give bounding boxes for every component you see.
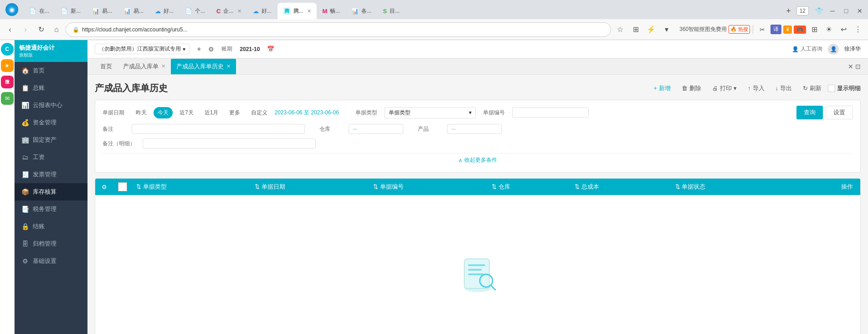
date-yesterday[interactable]: 昨天 bbox=[132, 107, 151, 118]
date-1month[interactable]: 近1月 bbox=[200, 107, 223, 118]
calendar-icon[interactable]: 📅 bbox=[267, 46, 274, 52]
nav-item-inventory[interactable]: 📦 库存核算 bbox=[15, 183, 87, 200]
tab-close-qi[interactable]: ✕ bbox=[237, 8, 241, 14]
col-cost[interactable]: ⇅ 总成本 bbox=[570, 179, 671, 195]
breadcrumb-close-list[interactable]: ✕ bbox=[161, 63, 165, 69]
scissors-button[interactable]: ✂ bbox=[756, 23, 769, 36]
maximize-button[interactable]: □ bbox=[840, 5, 853, 17]
nav-item-asset[interactable]: 🏢 固定资产 bbox=[15, 131, 87, 149]
shirt-icon[interactable]: 👕 bbox=[812, 5, 825, 17]
new-tab-button[interactable]: + bbox=[782, 5, 795, 18]
org-selector[interactable]: （勿删勿禁用）江西腺宝测试专用 ▾ bbox=[95, 44, 190, 54]
period-settings-button[interactable]: ⚙ bbox=[208, 46, 214, 53]
bookmark-button[interactable]: ☆ bbox=[614, 23, 627, 36]
tab-teng[interactable]: 腾 腾... ✕ bbox=[277, 3, 317, 19]
undo-button[interactable]: ↩ bbox=[837, 23, 850, 36]
nav-item-checkout[interactable]: 🔒 结账 bbox=[15, 218, 87, 235]
lightning-button[interactable]: ⚡ bbox=[645, 23, 657, 36]
tab-yi1[interactable]: 📊 易... bbox=[87, 3, 118, 19]
table-checkbox-header[interactable] bbox=[113, 179, 132, 195]
select-all-checkbox[interactable] bbox=[118, 182, 127, 191]
back-button[interactable]: ‹ bbox=[4, 23, 16, 36]
weibo-icon-btn[interactable]: 微 bbox=[1, 76, 14, 88]
show-detail-checkbox[interactable]: 显示明细 bbox=[828, 84, 861, 92]
tab-count-badge[interactable]: 12 bbox=[796, 6, 809, 15]
panel-expand-button[interactable]: ⊡ bbox=[855, 63, 861, 70]
minimize-button[interactable]: ─ bbox=[826, 5, 839, 17]
tab-qi[interactable]: C 企... ✕ bbox=[211, 3, 247, 19]
product-filter-input[interactable]: ··· bbox=[447, 124, 502, 134]
nav-item-settings[interactable]: ⚙ 基础设置 bbox=[15, 252, 87, 270]
username-label[interactable]: 徐泽华 bbox=[844, 45, 861, 53]
refresh-button[interactable]: ↻ 刷新 bbox=[798, 82, 826, 94]
tab-ge2[interactable]: 📊 各... bbox=[346, 3, 377, 19]
date-7days[interactable]: 近7天 bbox=[175, 107, 198, 118]
breadcrumb-list[interactable]: 产成品入库单 ✕ bbox=[118, 59, 171, 74]
warehouse-filter-input[interactable]: ··· bbox=[349, 124, 403, 134]
nav-item-home[interactable]: 🏠 首页 bbox=[15, 62, 87, 79]
browser-logo[interactable]: ◉ bbox=[5, 3, 18, 16]
tab-close-teng[interactable]: ✕ bbox=[307, 8, 311, 14]
number-filter-input[interactable] bbox=[512, 108, 589, 118]
game-button[interactable]: 🎮 bbox=[794, 26, 806, 34]
breadcrumb-close-history[interactable]: ✕ bbox=[226, 63, 231, 69]
breadcrumb-home[interactable]: 首页 bbox=[95, 59, 118, 74]
user-avatar[interactable]: 👤 bbox=[828, 44, 839, 55]
extension-grid-button[interactable]: ⊞ bbox=[629, 23, 642, 36]
tab-ge[interactable]: 📄 个... bbox=[180, 3, 211, 19]
reload-button[interactable]: ↻ bbox=[35, 23, 47, 36]
forward-button[interactable]: › bbox=[19, 23, 32, 36]
print-button[interactable]: 🖨 打印 ▾ bbox=[708, 82, 741, 94]
tab-mu[interactable]: S 目... bbox=[377, 3, 405, 19]
nav-item-ledger[interactable]: 📋 总账 bbox=[15, 79, 87, 97]
breadcrumb-history[interactable]: 产成品入库单历史 ✕ bbox=[171, 59, 236, 74]
grid-view-button[interactable]: ⊞ bbox=[808, 23, 821, 36]
nav-item-tax[interactable]: 📑 税务管理 bbox=[15, 200, 87, 218]
date-today[interactable]: 今天 bbox=[154, 107, 173, 118]
col-type[interactable]: ⇅ 单据类型 bbox=[132, 179, 250, 195]
more-button[interactable]: ⋮ bbox=[852, 23, 864, 36]
tab-xin[interactable]: 📄 新... bbox=[55, 3, 86, 19]
import-button[interactable]: ↑ 导入 bbox=[743, 82, 769, 94]
delete-button[interactable]: 🗑 删除 bbox=[677, 82, 706, 94]
tab-yi2[interactable]: 📊 易... bbox=[118, 3, 149, 19]
add-button[interactable]: + 新增 bbox=[649, 82, 675, 94]
nav-item-archive[interactable]: 🗄 归档管理 bbox=[15, 235, 87, 252]
panel-close-button[interactable]: ✕ bbox=[848, 63, 853, 70]
collapse-btn[interactable]: ∧ 收起更多条件 bbox=[103, 153, 853, 167]
query-button[interactable]: 查询 bbox=[796, 106, 823, 119]
email-icon-btn[interactable]: ✉ bbox=[1, 92, 14, 105]
date-custom[interactable]: 自定义 bbox=[247, 107, 272, 118]
home-button[interactable]: ⌂ bbox=[50, 23, 63, 36]
nav-header[interactable]: 畅捷通好会计 旗舰版 bbox=[15, 40, 87, 62]
remark-filter-input[interactable] bbox=[132, 124, 305, 134]
col-warehouse[interactable]: ⇅ 仓库 bbox=[487, 179, 570, 195]
address-dropdown[interactable]: ▾ bbox=[660, 23, 673, 36]
export-button[interactable]: ↓ 导出 bbox=[771, 82, 797, 94]
nav-item-invoice[interactable]: 🧾 发票管理 bbox=[15, 166, 87, 183]
tab-chang[interactable]: M 畅... bbox=[317, 3, 346, 19]
add-period-button[interactable]: + bbox=[197, 45, 201, 53]
col-status[interactable]: ⇅ 单据状态 bbox=[671, 179, 789, 195]
yen-button[interactable]: ¥ bbox=[783, 26, 792, 34]
nav-item-report[interactable]: 📊 云报表中心 bbox=[15, 97, 87, 114]
tab-zaiti[interactable]: 📄 在... bbox=[24, 3, 55, 19]
table-settings-header[interactable]: ⚙ bbox=[95, 179, 113, 195]
star-icon-btn[interactable]: ★ bbox=[1, 59, 14, 72]
setting-button[interactable]: 设置 bbox=[826, 106, 853, 119]
changjietong-logo[interactable]: C bbox=[1, 43, 14, 56]
tab-hao1[interactable]: ☁ 好... bbox=[149, 3, 179, 19]
detail-remark-input[interactable] bbox=[143, 139, 316, 149]
date-more[interactable]: 更多 bbox=[225, 107, 244, 118]
nav-item-salary[interactable]: 🗂 工资 bbox=[15, 149, 87, 166]
type-filter-select[interactable]: 单据类型 ▾ bbox=[385, 107, 476, 118]
nav-item-fund[interactable]: 💰 资金管理 bbox=[15, 114, 87, 131]
col-number[interactable]: ⇅ 单据编号 bbox=[369, 179, 487, 195]
sun-button[interactable]: ☀ bbox=[822, 23, 835, 36]
col-date[interactable]: ⇅ 单据日期 bbox=[250, 179, 369, 195]
translate-button[interactable]: 译 bbox=[770, 25, 781, 34]
tab-hao2[interactable]: ☁ 好... bbox=[247, 3, 277, 19]
user-service-button[interactable]: 👤 人工咨询 bbox=[792, 45, 822, 53]
address-input[interactable]: 🔒 https://cloud.chanjet.com/accounting/u… bbox=[66, 22, 611, 37]
close-button[interactable]: ✕ bbox=[853, 5, 866, 17]
